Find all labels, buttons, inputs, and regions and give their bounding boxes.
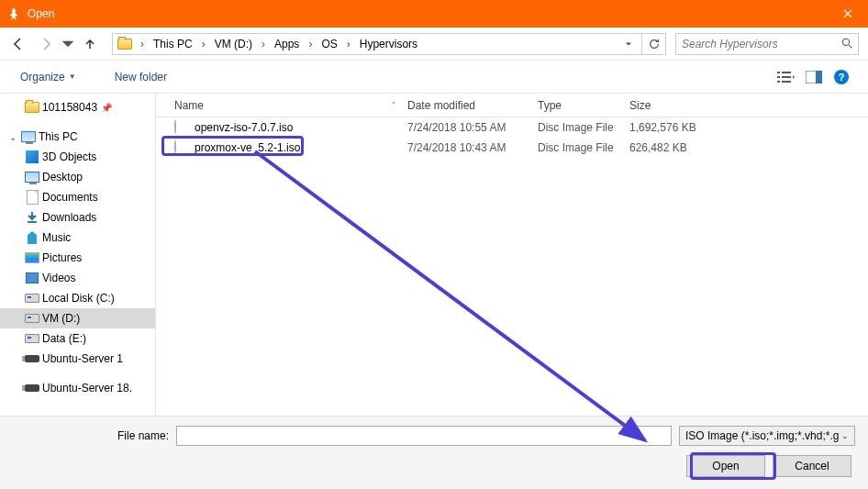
search-box[interactable] — [675, 33, 859, 55]
nav-tree: 101158043 📌 ⌄ This PC 3D Objects Desktop… — [0, 94, 156, 416]
col-size[interactable]: Size — [624, 95, 725, 116]
folder-icon — [24, 100, 40, 115]
col-type[interactable]: Type — [532, 95, 624, 116]
close-button[interactable] — [827, 0, 868, 28]
file-type-filter[interactable]: ISO Image (*.iso;*.img;*.vhd;*.g⌄ — [679, 426, 855, 446]
help-button[interactable]: ? — [828, 66, 855, 88]
tree-3dobjects[interactable]: 3D Objects — [0, 147, 155, 167]
chevron-icon[interactable]: › — [196, 38, 211, 50]
organize-button[interactable]: Organize▼ — [13, 67, 83, 87]
file-date: 7/24/2018 10:43 AM — [402, 141, 532, 154]
usb-icon — [24, 351, 40, 366]
tree-ubuntu1[interactable]: Ubuntu-Server 1 — [0, 349, 155, 369]
drive-icon — [24, 291, 40, 306]
tree-vm-d[interactable]: VM (D:) — [0, 308, 155, 328]
file-list: Name˄ Date modified Type Size openvz-iso… — [156, 94, 868, 416]
tree-downloads[interactable]: Downloads — [0, 207, 155, 228]
filename-label: File name: — [13, 429, 169, 442]
file-date: 7/24/2018 10:55 AM — [402, 121, 532, 134]
desktop-icon — [24, 170, 40, 184]
chevron-down-icon: ⌄ — [841, 431, 849, 440]
svg-rect-4 — [782, 76, 791, 78]
file-type: Disc Image File — [532, 141, 624, 154]
svg-point-0 — [842, 39, 849, 45]
computer-icon — [20, 129, 37, 144]
pin-icon: 📌 — [101, 103, 112, 113]
recent-dropdown[interactable] — [61, 31, 75, 57]
cube-icon — [24, 150, 40, 164]
back-button[interactable] — [6, 31, 31, 57]
navbar: › This PC › VM (D:) › Apps › OS › Hyperv… — [0, 28, 868, 61]
tree-thispc[interactable]: ⌄ This PC — [0, 127, 155, 147]
disc-image-icon — [174, 140, 189, 155]
file-row[interactable]: openvz-iso-7.0.7.iso 7/24/2018 10:55 AM … — [156, 117, 868, 138]
svg-rect-2 — [782, 72, 791, 73]
chevron-icon[interactable]: › — [303, 38, 317, 50]
drive-icon — [24, 331, 40, 346]
toolbar: Organize▼ New folder ? — [0, 61, 868, 94]
svg-rect-5 — [777, 81, 780, 83]
forward-button[interactable] — [33, 31, 59, 57]
disc-image-icon — [174, 120, 189, 135]
svg-rect-8 — [816, 71, 822, 83]
chevron-icon[interactable]: › — [256, 38, 271, 50]
collapse-icon[interactable]: ⌄ — [7, 132, 18, 142]
crumb-hypervisors[interactable]: Hypervisors — [356, 38, 421, 50]
file-name: proxmox-ve_5.2-1.iso — [195, 141, 300, 154]
music-icon — [24, 230, 40, 245]
usb-icon — [24, 381, 40, 395]
col-date[interactable]: Date modified — [402, 95, 532, 116]
new-folder-button[interactable]: New folder — [107, 67, 174, 87]
cancel-button[interactable]: Cancel — [773, 455, 851, 477]
address-folder-icon — [115, 34, 135, 54]
crumb-vm[interactable]: VM (D:) — [211, 38, 256, 50]
svg-rect-9 — [28, 221, 37, 223]
open-button[interactable]: Open — [686, 455, 765, 477]
app-icon — [7, 7, 20, 20]
view-options-button[interactable] — [773, 66, 800, 88]
file-size: 1,692,576 KB — [624, 121, 725, 134]
search-input[interactable] — [676, 38, 836, 50]
drive-icon — [24, 311, 40, 326]
downloads-icon — [24, 210, 40, 225]
refresh-button[interactable] — [641, 34, 665, 54]
col-name[interactable]: Name˄ — [169, 95, 402, 116]
file-type: Disc Image File — [532, 121, 624, 134]
tree-quick-folder[interactable]: 101158043 📌 — [0, 97, 155, 117]
tree-music[interactable]: Music — [0, 228, 155, 248]
tree-pictures[interactable]: Pictures — [0, 248, 155, 268]
tree-ubuntu18[interactable]: Ubuntu-Server 18. — [0, 378, 155, 398]
chevron-icon[interactable]: › — [135, 38, 150, 50]
tree-data-e[interactable]: Data (E:) — [0, 328, 155, 349]
videos-icon — [24, 271, 40, 285]
preview-pane-button[interactable] — [800, 66, 828, 88]
tree-documents[interactable]: Documents — [0, 187, 155, 207]
crumb-os[interactable]: OS — [317, 38, 340, 50]
svg-rect-3 — [777, 76, 780, 78]
address-history-dropdown[interactable] — [619, 34, 638, 54]
filename-input[interactable] — [176, 426, 672, 446]
file-size: 626,482 KB — [624, 141, 725, 154]
documents-icon — [24, 190, 40, 205]
search-icon[interactable] — [836, 34, 858, 54]
address-bar[interactable]: › This PC › VM (D:) › Apps › OS › Hyperv… — [112, 33, 666, 55]
file-name: openvz-iso-7.0.7.iso — [195, 121, 293, 134]
sort-icon: ˄ — [392, 101, 395, 109]
svg-rect-1 — [777, 72, 780, 73]
window-title: Open — [28, 7, 827, 20]
tree-localdisk-c[interactable]: Local Disk (C:) — [0, 288, 155, 308]
titlebar: Open — [0, 0, 868, 28]
tree-desktop[interactable]: Desktop — [0, 167, 155, 187]
crumb-thispc[interactable]: This PC — [150, 38, 196, 50]
pictures-icon — [24, 250, 40, 265]
crumb-apps[interactable]: Apps — [271, 38, 303, 50]
tree-videos[interactable]: Videos — [0, 268, 155, 288]
svg-rect-6 — [782, 81, 791, 83]
main-area: 101158043 📌 ⌄ This PC 3D Objects Desktop… — [0, 94, 868, 416]
column-headers: Name˄ Date modified Type Size — [156, 94, 868, 117]
up-button[interactable] — [77, 31, 103, 57]
footer: File name: ISO Image (*.iso;*.img;*.vhd;… — [0, 416, 868, 489]
file-row[interactable]: proxmox-ve_5.2-1.iso 7/24/2018 10:43 AM … — [156, 138, 868, 158]
chevron-icon[interactable]: › — [341, 38, 356, 50]
